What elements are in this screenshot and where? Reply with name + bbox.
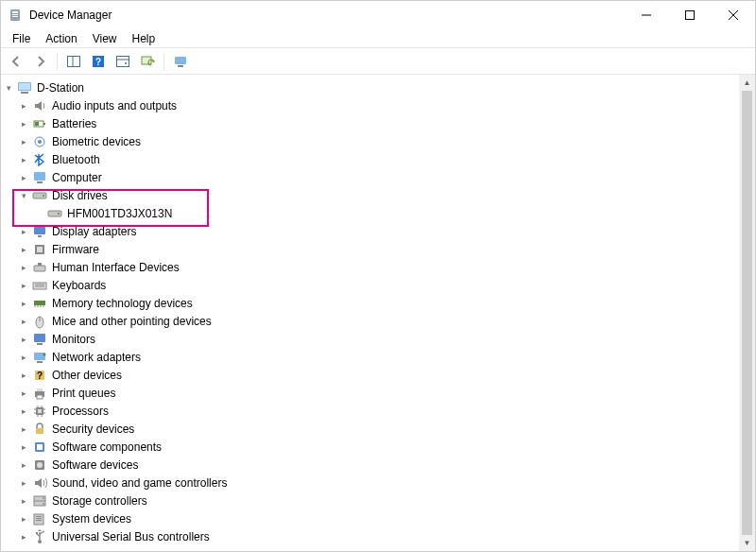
- tree-item[interactable]: ▸Network adapters: [1, 348, 739, 366]
- chevron-right-icon[interactable]: ▸: [16, 101, 31, 111]
- scroll-up-icon[interactable]: ▲: [739, 75, 755, 91]
- tree-item[interactable]: ▸Memory technology devices: [1, 294, 739, 312]
- menu-file[interactable]: File: [5, 30, 38, 47]
- svg-point-31: [58, 213, 60, 215]
- chevron-down-icon[interactable]: ▾: [16, 191, 31, 200]
- tree-item[interactable]: ▸Firmware: [1, 240, 739, 258]
- vertical-scrollbar[interactable]: ▲ ▼: [739, 75, 755, 551]
- minimize-button[interactable]: [625, 1, 668, 29]
- help-button[interactable]: ?: [87, 50, 110, 73]
- svg-rect-3: [12, 16, 18, 17]
- mouse-icon: [31, 314, 48, 329]
- menu-view[interactable]: View: [85, 30, 125, 47]
- tree-item[interactable]: ▸Computer: [1, 168, 739, 186]
- scan-hardware-button[interactable]: [136, 50, 159, 73]
- toolbar-separator: [57, 53, 58, 70]
- tree-item-label: Audio inputs and outputs: [52, 99, 184, 112]
- firmware-icon: [31, 242, 48, 257]
- chevron-right-icon[interactable]: ▸: [16, 371, 31, 380]
- back-button[interactable]: [5, 50, 27, 73]
- svg-rect-37: [38, 263, 42, 266]
- chevron-right-icon[interactable]: ▸: [16, 263, 31, 272]
- printer-icon: [31, 386, 48, 401]
- tree-root[interactable]: ▾ D-Station: [1, 78, 739, 96]
- chevron-right-icon[interactable]: ▸: [16, 137, 31, 147]
- chevron-right-icon[interactable]: ▸: [16, 335, 31, 344]
- tree-item-label: Computer: [52, 171, 110, 184]
- svg-rect-49: [37, 343, 43, 345]
- chevron-right-icon[interactable]: ▸: [16, 227, 31, 236]
- chevron-right-icon[interactable]: ▸: [16, 317, 31, 326]
- maximize-button[interactable]: [668, 1, 712, 29]
- tree-item[interactable]: ▸Mice and other pointing devices: [1, 312, 739, 330]
- tree-item[interactable]: ▸Sound, video and game controllers: [1, 474, 739, 492]
- tree-item[interactable]: ▸Security devices: [1, 420, 739, 438]
- chevron-right-icon[interactable]: ▸: [16, 532, 31, 542]
- tree-item-label: Print queues: [52, 387, 123, 400]
- svg-rect-57: [37, 395, 43, 399]
- chevron-right-icon[interactable]: ▸: [16, 245, 31, 254]
- menu-action[interactable]: Action: [38, 30, 84, 47]
- chevron-right-icon[interactable]: ▸: [16, 353, 31, 362]
- tree-item[interactable]: ▸Monitors: [1, 330, 739, 348]
- tree-item-label: Monitors: [52, 333, 103, 346]
- chevron-right-icon[interactable]: ▸: [16, 281, 31, 290]
- disk-icon: [31, 188, 48, 203]
- chevron-right-icon[interactable]: ▸: [16, 496, 31, 506]
- chevron-right-icon[interactable]: ▸: [16, 173, 31, 182]
- svg-rect-17: [178, 65, 183, 67]
- tree-item[interactable]: ▸Bluetooth: [1, 150, 739, 168]
- chevron-right-icon[interactable]: ▸: [16, 388, 31, 398]
- chevron-right-icon[interactable]: ▸: [16, 119, 31, 129]
- scroll-thumb[interactable]: [742, 91, 752, 535]
- tree-item[interactable]: ▸Processors: [1, 402, 739, 420]
- tree-item[interactable]: ▸Universal Serial Bus controllers: [1, 527, 739, 545]
- chevron-right-icon[interactable]: ▸: [16, 514, 31, 524]
- menu-help[interactable]: Help: [125, 30, 163, 47]
- chevron-right-icon[interactable]: ▸: [16, 478, 31, 488]
- scroll-down-icon[interactable]: ▼: [739, 535, 755, 551]
- chevron-down-icon[interactable]: ▾: [1, 83, 16, 93]
- tree-item[interactable]: ▸Batteries: [1, 114, 739, 132]
- device-tree[interactable]: ▾ D-Station ▸Audio inputs and outputs▸Ba…: [1, 75, 739, 551]
- devices-button[interactable]: [169, 50, 192, 73]
- system-icon: [31, 511, 48, 526]
- tree-item[interactable]: ▸Human Interface Devices: [1, 258, 739, 276]
- chevron-right-icon[interactable]: ▸: [16, 424, 31, 434]
- tree-item[interactable]: ▸Audio inputs and outputs: [1, 96, 739, 114]
- tree-item[interactable]: ▸?Other devices: [1, 366, 739, 384]
- tree-item[interactable]: ▸Software components: [1, 438, 739, 456]
- properties-button[interactable]: [112, 50, 134, 73]
- tree-item[interactable]: ▸Biometric devices: [1, 132, 739, 150]
- svg-rect-19: [19, 83, 30, 90]
- tree-item-label: HFM001TD3JX013N: [67, 207, 180, 220]
- security-icon: [31, 422, 48, 437]
- tree-item-label: Software devices: [52, 458, 146, 472]
- display-icon: [31, 224, 48, 239]
- close-button[interactable]: [712, 1, 755, 29]
- tree-item-label: Keyboards: [52, 279, 113, 292]
- tree-item[interactable]: ▸Display adapters: [1, 222, 739, 240]
- chevron-right-icon[interactable]: ▸: [16, 155, 31, 164]
- show-hide-console-button[interactable]: [62, 50, 85, 73]
- chevron-right-icon[interactable]: ▸: [16, 442, 31, 452]
- svg-rect-78: [36, 516, 42, 517]
- chevron-right-icon[interactable]: ▸: [16, 460, 31, 470]
- tree-item[interactable]: ▸System devices: [1, 509, 739, 527]
- chevron-right-icon[interactable]: ▸: [16, 299, 31, 308]
- svg-point-29: [43, 195, 44, 197]
- chevron-right-icon[interactable]: ▸: [16, 406, 31, 416]
- forward-button[interactable]: [29, 50, 52, 73]
- svg-rect-79: [36, 518, 42, 519]
- tree-item[interactable]: ▾Disk drives: [1, 186, 739, 204]
- tree-item[interactable]: ▸Print queues: [1, 384, 739, 402]
- svg-point-84: [43, 530, 44, 532]
- tree-item[interactable]: ▸Keyboards: [1, 276, 739, 294]
- hid-icon: [31, 260, 48, 275]
- tree-item-label: Memory technology devices: [52, 297, 200, 310]
- tree-item[interactable]: ▸Software devices: [1, 456, 739, 474]
- svg-rect-8: [68, 56, 80, 66]
- tree-item[interactable]: ▸Storage controllers: [1, 492, 739, 509]
- tree-item[interactable]: HFM001TD3JX013N: [1, 204, 739, 222]
- svg-rect-59: [38, 409, 42, 413]
